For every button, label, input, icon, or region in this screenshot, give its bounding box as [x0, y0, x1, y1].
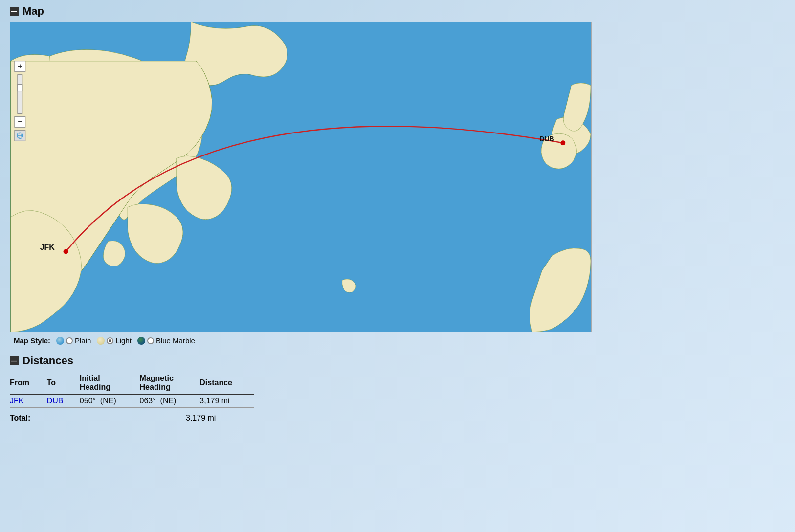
cell-distance: 3,179 mi — [199, 394, 254, 408]
svg-text:JFK: JFK — [40, 243, 55, 251]
map-style-bluemarble[interactable]: Blue Marble — [137, 336, 195, 345]
map-style-light[interactable]: Light — [97, 336, 132, 345]
bluemarble-radio[interactable] — [147, 337, 154, 344]
col-header-initial-heading: InitialHeading — [80, 372, 140, 394]
svg-text:−: − — [18, 117, 22, 126]
svg-point-2 — [560, 140, 565, 145]
col-header-to: To — [47, 372, 80, 394]
plain-globe-icon — [56, 337, 64, 345]
distances-section-title: Distances — [22, 355, 73, 367]
map-section: — Map — [10, 5, 785, 345]
svg-rect-8 — [18, 85, 22, 91]
col-header-from: From — [10, 372, 47, 394]
svg-text:DUB: DUB — [539, 135, 554, 143]
plain-radio[interactable] — [66, 337, 73, 344]
map-section-header: — Map — [10, 5, 785, 18]
from-link[interactable]: JFK — [10, 397, 23, 405]
col-header-magnetic-heading: MagneticHeading — [140, 372, 200, 394]
bluemarble-label: Blue Marble — [156, 336, 195, 345]
distances-collapse-icon[interactable]: — — [10, 356, 19, 365]
plain-label: Plain — [75, 336, 91, 345]
svg-point-1 — [64, 249, 68, 254]
total-distance: 3,179 mi — [186, 414, 216, 422]
cell-from: JFK — [10, 394, 47, 408]
map-style-plain[interactable]: Plain — [56, 336, 91, 345]
light-label: Light — [115, 336, 132, 345]
table-row: JFK DUB 050° (NE) 063° (NE) 3,179 mi — [10, 394, 254, 408]
svg-rect-7 — [18, 75, 22, 114]
map-collapse-icon[interactable]: — — [10, 7, 19, 16]
total-row: Total: 3,179 mi — [10, 414, 785, 422]
cell-magnetic-heading: 063° (NE) — [140, 394, 200, 408]
map-style-bar: Map Style: Plain Light Blue Marble — [10, 332, 785, 345]
map-section-title: Map — [22, 5, 44, 18]
light-radio[interactable] — [107, 337, 113, 344]
cell-initial-heading: 050° (NE) — [80, 394, 140, 408]
total-label: Total: — [10, 414, 68, 422]
light-globe-icon — [97, 337, 105, 345]
col-header-distance: Distance — [199, 372, 254, 394]
bluemarble-globe-icon — [137, 337, 145, 345]
distances-table: From To InitialHeading MagneticHeading D… — [10, 372, 254, 408]
map-svg: JFK DUB + − — [10, 22, 591, 332]
cell-to: DUB — [47, 394, 80, 408]
to-link[interactable]: DUB — [47, 397, 64, 405]
distances-section-header: — Distances — [10, 355, 785, 367]
map-style-label: Map Style: — [14, 336, 50, 345]
map-container: JFK DUB + − — [10, 22, 592, 332]
distances-section: — Distances From To InitialHeading Magne… — [10, 355, 785, 422]
svg-text:+: + — [18, 62, 22, 70]
